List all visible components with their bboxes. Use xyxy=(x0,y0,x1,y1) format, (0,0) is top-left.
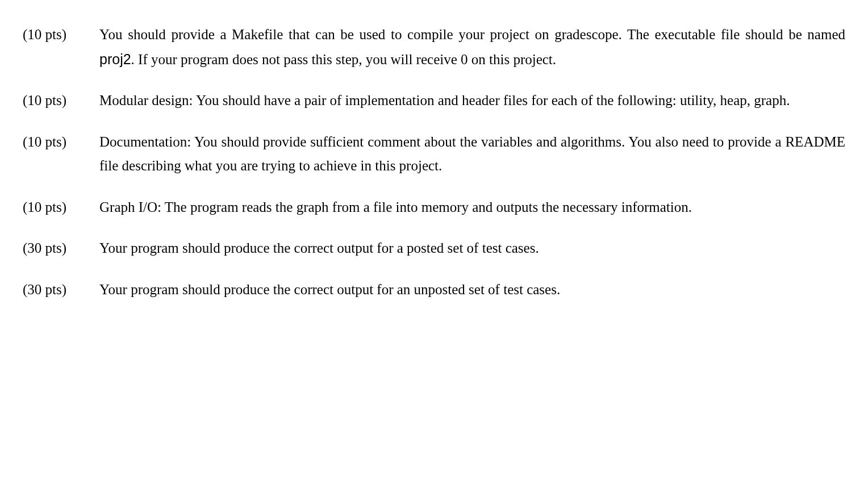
rubric-item: (10 pts) Graph I/O: The program reads th… xyxy=(23,195,845,220)
rubric-item: (10 pts) You should provide a Makefile t… xyxy=(23,23,845,72)
text-before: Documentation: You should provide suffic… xyxy=(99,134,845,174)
points-label: (30 pts) xyxy=(23,236,99,261)
points-label: (10 pts) xyxy=(23,195,99,220)
points-label: (30 pts) xyxy=(23,278,99,302)
text-before: Your program should produce the correct … xyxy=(99,240,539,256)
rubric-item: (10 pts) Documentation: You should provi… xyxy=(23,130,845,178)
text-before: Your program should produce the correct … xyxy=(99,282,560,297)
text-before: You should provide a Makefile that can b… xyxy=(99,27,845,42)
code-text: proj2 xyxy=(99,51,131,67)
item-description: Your program should produce the correct … xyxy=(99,236,845,261)
item-description: Your program should produce the correct … xyxy=(99,278,845,302)
points-label: (10 pts) xyxy=(23,23,99,72)
points-label: (10 pts) xyxy=(23,130,99,178)
item-description: You should provide a Makefile that can b… xyxy=(99,23,845,72)
rubric-item: (10 pts) Modular design: You should have… xyxy=(23,89,845,113)
points-label: (10 pts) xyxy=(23,89,99,113)
item-description: Graph I/O: The program reads the graph f… xyxy=(99,195,845,220)
text-before: Modular design: You should have a pair o… xyxy=(99,93,790,108)
rubric-item: (30 pts) Your program should produce the… xyxy=(23,236,845,261)
rubric-list: (10 pts) You should provide a Makefile t… xyxy=(23,23,845,302)
item-description: Modular design: You should have a pair o… xyxy=(99,89,845,113)
text-before: Graph I/O: The program reads the graph f… xyxy=(99,199,692,215)
text-after: . If your program does not pass this ste… xyxy=(131,52,556,67)
rubric-item: (30 pts) Your program should produce the… xyxy=(23,278,845,302)
item-description: Documentation: You should provide suffic… xyxy=(99,130,845,178)
